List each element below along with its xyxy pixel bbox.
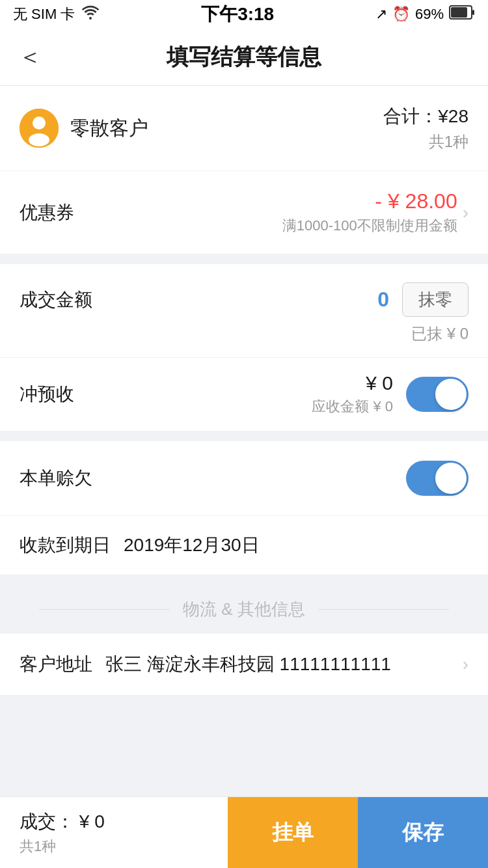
deal-amount-row: 成交金额 0 抹零 [0,264,488,323]
logistics-divider: 物流 & 其他信息 [0,585,488,634]
svg-point-5 [29,133,49,146]
coupon-label: 优惠券 [20,200,74,225]
round-button[interactable]: 抹零 [402,282,468,317]
advance-toggle[interactable] [406,377,468,412]
status-time: 下午3:18 [201,2,274,27]
nav-bar: ＜ 填写结算等信息 [0,29,488,86]
coupon-row[interactable]: 优惠券 - ¥ 28.00 满1000-100不限制使用金额 › [0,170,488,254]
debt-row: 本单赊欠 [0,441,488,515]
save-button[interactable]: 保存 [358,797,488,869]
deal-amount-card: 成交金额 0 抹零 已抹 ¥ 0 冲预收 ¥ 0 应收金额 ¥ 0 [0,264,488,431]
total-count: 共1种 [383,131,468,152]
advance-label: 冲预收 [20,382,74,407]
debt-toggle-knob [435,463,467,494]
wifi-icon [81,5,100,23]
alarm-icon: ⏰ [392,6,410,23]
debt-toggle[interactable] [406,461,468,496]
logistics-line-right [318,609,449,610]
main-content: 零散客户 合计：¥28 共1种 优惠券 - ¥ 28.00 满1000-100不… [0,86,488,783]
footer-deal-label: 成交： [20,811,74,832]
address-row[interactable]: 客户地址 张三 海淀永丰科技园 11111111111 › [0,634,488,695]
footer-count: 共1种 [20,837,208,856]
advance-row: 冲预收 ¥ 0 应收金额 ¥ 0 [0,357,488,431]
address-card: 客户地址 张三 海淀永丰科技园 11111111111 › [0,634,488,695]
svg-rect-1 [472,10,474,15]
advance-amounts: ¥ 0 应收金额 ¥ 0 [312,372,393,416]
coupon-right-wrap: - ¥ 28.00 满1000-100不限制使用金额 [282,189,457,236]
due-date-value: 2019年12月30日 [124,533,260,558]
carrier-text: 无 SIM 卡 [13,5,75,24]
logistics-title: 物流 & 其他信息 [183,598,305,621]
deal-amount-value: 0 [377,288,389,312]
advance-sub: 应收金额 ¥ 0 [312,397,393,416]
coupon-right: - ¥ 28.00 满1000-100不限制使用金额 › [282,189,468,236]
page-title: 填写结算等信息 [167,42,321,72]
back-button[interactable]: ＜ [18,41,42,73]
status-bar: 无 SIM 卡 下午3:18 ↗ ⏰ 69% [0,0,488,29]
advance-right: ¥ 0 应收金额 ¥ 0 [312,372,468,416]
customer-left: 零散客户 [20,109,148,148]
due-date-row: 收款到期日 2019年12月30日 [0,515,488,575]
address-chevron-icon: › [463,654,468,675]
location-icon: ↗ [375,6,387,23]
hold-button[interactable]: 挂单 [228,797,358,869]
customer-right: 合计：¥28 共1种 [383,104,468,152]
debt-label: 本单赊欠 [20,466,92,491]
status-right: ↗ ⏰ 69% [375,5,475,23]
address-value: 张三 海淀永丰科技园 11111111111 [105,652,450,677]
total-label: 合计：¥28 [383,104,468,129]
deal-sub-text: 已抹 ¥ 0 [0,323,488,357]
battery-text: 69% [415,6,444,23]
address-label: 客户地址 [20,652,92,677]
footer-deal: 成交： ¥ 0 [20,809,208,834]
svg-rect-2 [451,7,467,18]
customer-card: 零散客户 合计：¥28 共1种 优惠券 - ¥ 28.00 满1000-100不… [0,86,488,254]
footer-info: 成交： ¥ 0 共1种 [0,809,228,856]
due-date-label: 收款到期日 [20,533,111,558]
customer-row: 零散客户 合计：¥28 共1种 [0,86,488,170]
coupon-amount: - ¥ 28.00 [282,189,457,213]
deal-amount-label: 成交金额 [20,288,92,312]
customer-name: 零散客户 [70,115,148,142]
footer-deal-amount: ¥ 0 [79,811,105,832]
chevron-right-icon: › [463,202,468,223]
advance-amount: ¥ 0 [312,372,393,394]
footer: 成交： ¥ 0 共1种 挂单 保存 [0,796,488,868]
svg-point-4 [33,116,46,129]
coupon-desc: 满1000-100不限制使用金额 [282,216,457,236]
avatar [20,109,59,148]
deal-amount-right: 0 抹零 [377,282,468,317]
status-left: 无 SIM 卡 [13,5,100,24]
bottom-spacer [0,705,488,783]
debt-card: 本单赊欠 收款到期日 2019年12月30日 [0,441,488,575]
advance-toggle-knob [435,379,467,410]
battery-icon [449,5,475,23]
logistics-line-left [39,609,170,610]
